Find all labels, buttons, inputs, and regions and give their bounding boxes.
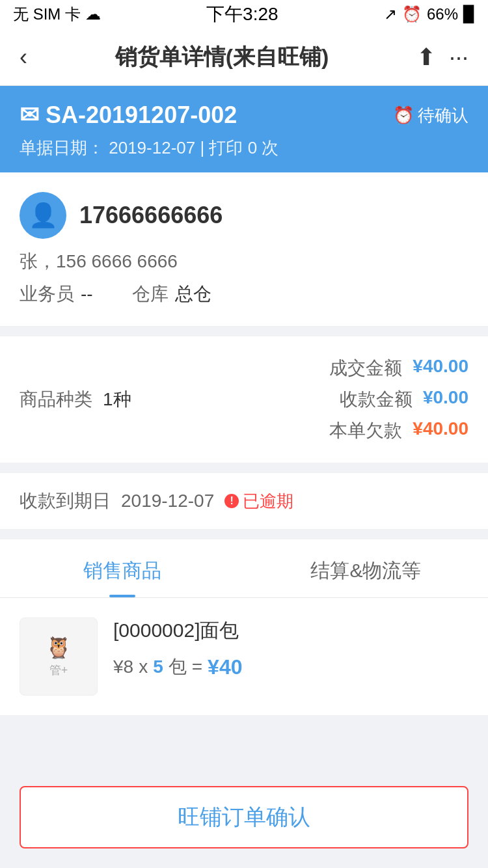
product-type-label: 商品种类 — [20, 387, 92, 412]
bottom-area: 旺铺订单确认 — [0, 773, 488, 868]
product-item: 🦉 管+ [0000002]面包 ¥8 x 5 包 = ¥40 — [0, 598, 488, 715]
owed-label: 本单欠款 — [329, 418, 402, 443]
confirm-button[interactable]: 旺铺订单确认 — [20, 786, 468, 848]
customer-top: 👤 17666666666 — [20, 192, 468, 239]
product-price: ¥8 — [113, 657, 133, 677]
battery-text: 66% — [427, 5, 458, 23]
product-thumbnail: 🦉 管+ — [20, 617, 98, 696]
alarm-icon: ⏰ — [402, 5, 422, 23]
amount-row: 成交金额 ¥40.00 — [329, 356, 468, 381]
owed-value: ¥40.00 — [413, 418, 468, 443]
avatar-icon: 👤 — [29, 202, 58, 229]
due-date-card: 收款到期日 2019-12-07 ! 已逾期 — [0, 473, 488, 529]
owed-row: 本单欠款 ¥40.00 — [329, 418, 468, 443]
tab-products[interactable]: 销售商品 — [0, 539, 244, 597]
amounts-section: 成交金额 ¥40.00 收款金额 ¥0.00 本单欠款 ¥40.00 — [329, 356, 468, 443]
meta-print-text: 打印 0 次 — [209, 138, 278, 157]
product-type-section: 商品种类 1种 — [20, 356, 131, 443]
product-qty: 5 — [153, 657, 163, 677]
tabs-container: 销售商品 结算&物流等 — [0, 539, 488, 598]
battery-icon: ▉ — [463, 5, 475, 23]
product-total: ¥40 — [208, 655, 242, 679]
multiply-sign: x — [139, 657, 148, 677]
product-price-row: ¥8 x 5 包 = ¥40 — [113, 655, 468, 679]
order-header-top: ✉ SA-20191207-002 ⏰ 待确认 — [20, 102, 468, 129]
share-icon[interactable]: ⬆ — [416, 44, 436, 71]
no-sim-text: 无 SIM 卡 ☁ — [13, 4, 101, 25]
more-icon[interactable]: ··· — [449, 44, 468, 71]
tab-products-label: 销售商品 — [83, 560, 161, 581]
product-type-value: 1种 — [103, 387, 131, 412]
overdue-icon: ! — [224, 494, 239, 508]
customer-detail-row: 业务员 -- 仓库 总仓 — [20, 282, 468, 306]
location-icon: ↗ — [384, 5, 397, 23]
product-name-text: 面包 — [200, 619, 239, 641]
order-id-text: SA-20191207-002 — [46, 102, 237, 129]
page-title: 销货单详情(来自旺铺) — [115, 42, 329, 72]
back-button[interactable]: ‹ — [20, 44, 27, 71]
order-id: ✉ SA-20191207-002 — [20, 102, 237, 129]
nav-bar: ‹ 销货单详情(来自旺铺) ⬆ ··· — [0, 29, 488, 86]
order-status: ⏰ 待确认 — [393, 104, 468, 127]
avatar: 👤 — [20, 192, 66, 239]
amount-label: 成交金额 — [329, 356, 402, 381]
tab-underline — [109, 595, 135, 597]
product-name: [0000002]面包 — [113, 617, 468, 644]
overdue-text: 已逾期 — [243, 490, 293, 513]
received-row: 收款金额 ¥0.00 — [329, 387, 468, 412]
product-info: [0000002]面包 ¥8 x 5 包 = ¥40 — [113, 617, 468, 679]
overdue-badge: ! 已逾期 — [224, 490, 293, 513]
salesperson-label: 业务员 — [20, 282, 74, 306]
clock-icon: ⏰ — [393, 105, 414, 126]
status-bar: 无 SIM 卡 ☁ 下午3:28 ↗ ⏰ 66% ▉ — [0, 0, 488, 29]
product-code: [0000002] — [113, 619, 200, 641]
meta-date-value: 2019-12-07 — [109, 138, 195, 157]
tab-settlement-label: 结算&物流等 — [310, 560, 421, 581]
status-right: ↗ ⏰ 66% ▉ — [384, 5, 475, 23]
summary-card: 商品种类 1种 成交金额 ¥40.00 收款金额 ¥0.00 本单欠款 ¥40.… — [0, 336, 488, 463]
customer-name: 张，156 6666 6666 — [20, 249, 468, 274]
product-list: 🦉 管+ [0000002]面包 ¥8 x 5 包 = ¥40 — [0, 598, 488, 715]
nav-actions: ⬆ ··· — [416, 44, 468, 71]
status-time: 下午3:28 — [206, 2, 278, 27]
status-text: 待确认 — [418, 104, 468, 127]
order-header: ✉ SA-20191207-002 ⏰ 待确认 单据日期： 2019-12-07… — [0, 86, 488, 172]
due-date-value: 2019-12-07 — [121, 491, 214, 511]
customer-phone: 17666666666 — [79, 202, 223, 229]
order-meta: 单据日期： 2019-12-07 | 打印 0 次 — [20, 137, 468, 159]
meta-separator: | — [200, 138, 209, 157]
salesperson-value: -- — [81, 284, 93, 305]
amount-value: ¥40.00 — [413, 356, 468, 381]
received-label: 收款金额 — [340, 387, 413, 412]
order-icon: ✉ — [20, 102, 39, 129]
meta-date-label: 单据日期： — [20, 138, 104, 157]
equals-sign: = — [192, 657, 202, 677]
customer-card: 👤 17666666666 张，156 6666 6666 业务员 -- 仓库 … — [0, 172, 488, 326]
status-left: 无 SIM 卡 ☁ — [13, 4, 101, 25]
warehouse-value: 总仓 — [175, 282, 211, 306]
warehouse-label: 仓库 — [132, 282, 169, 306]
salesperson-item: 业务员 -- — [20, 282, 93, 306]
received-value: ¥0.00 — [423, 387, 468, 412]
product-thumb-icon: 🦉 管+ — [46, 635, 72, 678]
product-unit: 包 — [169, 655, 187, 679]
due-date-label: 收款到期日 — [20, 489, 111, 513]
warehouse-item: 仓库 总仓 — [132, 282, 211, 306]
tab-settlement[interactable]: 结算&物流等 — [244, 539, 488, 597]
